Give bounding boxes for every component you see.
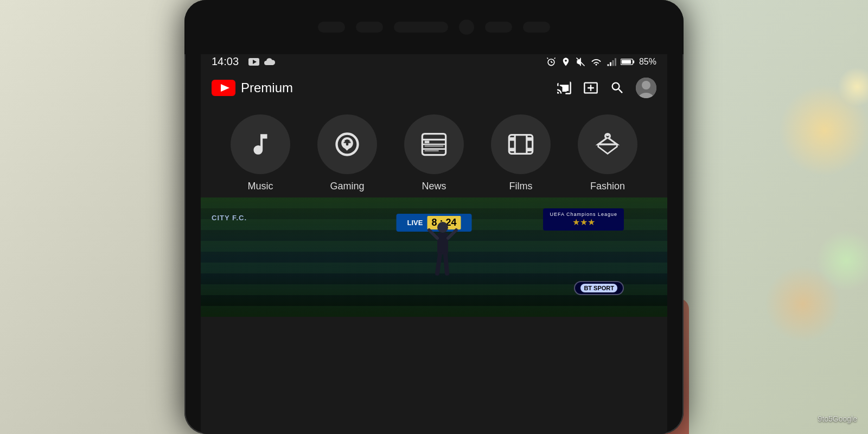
sensor-left2 xyxy=(356,22,383,33)
champions-league-badge: UEFA Champions League ★★★ xyxy=(543,208,624,231)
music-label: Music xyxy=(247,181,273,192)
svg-rect-11 xyxy=(615,58,616,66)
battery-percent: 85% xyxy=(639,57,656,67)
category-music[interactable]: Music xyxy=(231,114,290,192)
cast-icon[interactable] xyxy=(557,80,572,95)
category-films[interactable]: Films xyxy=(491,114,551,192)
gaming-label: Gaming xyxy=(330,181,364,192)
phone-frame: 14:03 xyxy=(184,0,684,434)
news-circle xyxy=(404,114,464,174)
status-time: 14:03 xyxy=(212,55,239,68)
earpiece xyxy=(394,22,448,33)
sensor-right2 xyxy=(523,22,550,33)
phone-screen: 14:03 xyxy=(201,49,667,434)
category-gaming[interactable]: Gaming xyxy=(317,114,377,192)
sensor-right xyxy=(485,22,512,33)
gaming-circle xyxy=(317,114,377,174)
app-header: Premium xyxy=(201,72,667,104)
watermark: 9to5Google xyxy=(818,414,857,423)
video-preview[interactable]: CITY F.C. LIVE 8 : 24 UEFA Champions Lea… xyxy=(201,197,667,317)
header-icons xyxy=(557,78,656,98)
youtube-status-icon xyxy=(248,58,259,66)
fashion-label: Fashion xyxy=(590,181,625,192)
gaming-icon xyxy=(333,130,361,158)
music-circle xyxy=(231,114,290,174)
sensor-left xyxy=(318,22,345,33)
svg-line-42 xyxy=(448,230,456,238)
search-icon[interactable] xyxy=(610,80,625,95)
svg-rect-35 xyxy=(509,148,515,152)
wifi-icon xyxy=(590,57,602,67)
svg-line-6 xyxy=(554,58,556,59)
music-icon xyxy=(247,131,274,158)
fashion-icon xyxy=(593,130,622,158)
svg-line-44 xyxy=(445,254,447,273)
svg-rect-23 xyxy=(346,139,348,145)
logo-area: Premium xyxy=(212,80,293,96)
films-icon xyxy=(507,130,535,158)
category-fashion[interactable]: Fashion xyxy=(578,114,637,192)
news-icon xyxy=(420,130,448,158)
svg-rect-29 xyxy=(425,145,444,146)
cl-text: UEFA Champions League xyxy=(550,212,617,217)
youtube-logo-icon xyxy=(212,80,235,96)
signal-icon xyxy=(607,57,616,67)
status-icons-left xyxy=(248,58,276,66)
news-label: News xyxy=(422,181,446,192)
bt-sport-text: BT SPORT xyxy=(580,284,617,292)
svg-line-43 xyxy=(437,254,440,273)
cloud-status-icon xyxy=(264,58,276,66)
premium-label: Premium xyxy=(241,80,293,95)
phone-top-bar xyxy=(184,0,684,54)
svg-rect-37 xyxy=(527,148,533,152)
categories-section: Music xyxy=(201,104,667,197)
svg-point-39 xyxy=(437,222,448,233)
fashion-circle xyxy=(578,114,637,174)
player-silhouette xyxy=(421,219,464,317)
bt-sport-badge: BT SPORT xyxy=(574,281,624,295)
svg-rect-14 xyxy=(622,60,631,63)
svg-rect-8 xyxy=(607,64,609,66)
svg-rect-36 xyxy=(527,137,533,141)
svg-rect-34 xyxy=(509,137,515,141)
add-video-icon[interactable] xyxy=(583,80,599,95)
city-fc-label: CITY F.C. xyxy=(212,214,247,222)
category-news[interactable]: News xyxy=(404,114,464,192)
watermark-text: 9to5Google xyxy=(818,414,857,423)
mute-icon xyxy=(575,56,586,67)
films-circle xyxy=(491,114,551,174)
front-camera xyxy=(459,20,474,35)
status-icons-right: 85% xyxy=(546,56,656,67)
svg-line-5 xyxy=(547,58,548,59)
location-icon xyxy=(561,56,571,67)
films-label: Films xyxy=(509,181,533,192)
svg-rect-40 xyxy=(437,233,448,254)
svg-rect-28 xyxy=(425,141,430,143)
battery-icon xyxy=(621,58,635,66)
status-left: 14:03 xyxy=(212,55,276,68)
svg-line-41 xyxy=(429,230,437,238)
svg-rect-9 xyxy=(610,62,611,66)
svg-rect-13 xyxy=(633,60,635,63)
svg-rect-10 xyxy=(612,60,614,66)
svg-rect-30 xyxy=(425,150,439,151)
alarm-icon xyxy=(546,56,557,67)
user-avatar[interactable] xyxy=(636,78,656,98)
svg-point-18 xyxy=(642,81,650,90)
